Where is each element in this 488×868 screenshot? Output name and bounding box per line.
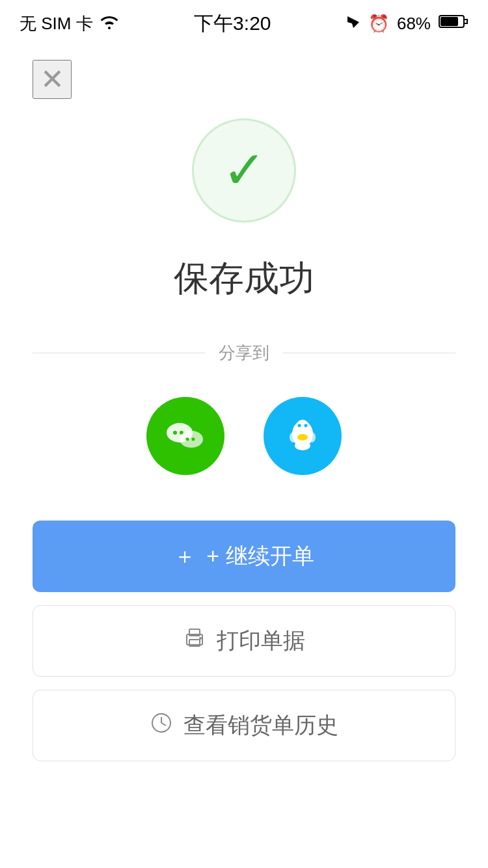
share-divider: 分享到: [33, 342, 455, 364]
clock-icon: [150, 711, 173, 740]
close-icon: ✕: [40, 65, 64, 94]
share-divider-label: 分享到: [219, 342, 269, 364]
status-time: 下午3:20: [194, 10, 271, 37]
print-button[interactable]: 打印单据: [33, 605, 455, 677]
history-label: 查看销货单历史: [183, 711, 338, 740]
qq-icon: [280, 413, 325, 459]
svg-point-6: [186, 438, 189, 441]
carrier-label: 无 SIM 卡: [20, 12, 93, 35]
success-circle: ✓: [192, 118, 296, 223]
svg-point-3: [173, 431, 177, 435]
printer-icon: [183, 627, 206, 655]
wechat-share-button[interactable]: [146, 397, 224, 475]
wechat-icon: [163, 413, 208, 459]
print-label: 打印单据: [217, 626, 305, 656]
svg-rect-1: [441, 17, 458, 26]
divider-line-right: [282, 353, 455, 353]
action-buttons: ＋ + 继续开单 打印单据 查看销货单: [33, 521, 455, 761]
svg-point-11: [305, 424, 308, 427]
svg-point-14: [308, 432, 316, 442]
plus-icon: ＋: [174, 541, 196, 571]
qq-share-button[interactable]: [264, 397, 342, 475]
continue-order-label: + 继续开单: [206, 541, 314, 571]
wifi-icon: [100, 14, 119, 34]
share-icons: [146, 397, 342, 475]
history-button[interactable]: 查看销货单历史: [33, 690, 455, 761]
status-left: 无 SIM 卡: [20, 12, 119, 35]
checkmark-icon: ✓: [223, 144, 266, 197]
location-icon: [346, 14, 360, 34]
battery-icon: [439, 14, 468, 34]
success-title: 保存成功: [174, 255, 314, 303]
svg-point-7: [192, 438, 195, 441]
svg-point-15: [295, 441, 310, 450]
divider-line-left: [33, 353, 206, 353]
svg-point-13: [290, 432, 297, 442]
status-right: ⏰ 68%: [346, 14, 468, 34]
svg-point-19: [199, 637, 202, 640]
svg-point-12: [297, 434, 308, 441]
battery-percent: 68%: [397, 14, 431, 34]
svg-point-10: [298, 424, 301, 427]
svg-line-22: [161, 723, 166, 726]
continue-order-button[interactable]: ＋ + 继续开单: [33, 521, 455, 592]
status-bar: 无 SIM 卡 下午3:20 ⏰ 68%: [0, 0, 488, 47]
svg-point-5: [180, 431, 203, 448]
alarm-icon: ⏰: [368, 14, 389, 34]
close-button[interactable]: ✕: [33, 60, 72, 99]
main-content: ✕ ✓ 保存成功 分享到: [0, 47, 488, 794]
